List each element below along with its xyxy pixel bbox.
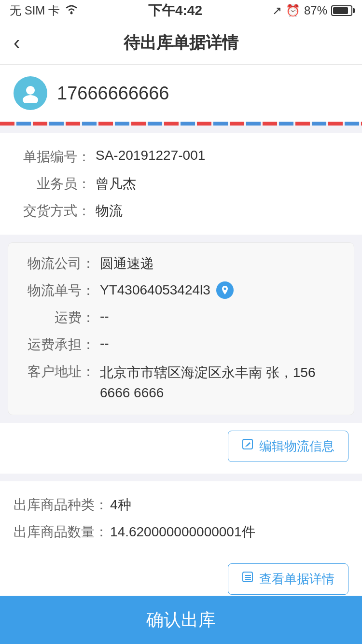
confirm-button[interactable]: 确认出库 (0, 596, 362, 644)
logistics-company-value: 圆通速递 (95, 254, 344, 273)
edit-icon (242, 438, 254, 454)
address-value: 北京市市辖区海淀区永丰南 张，156 6666 6666 (95, 363, 344, 403)
logistics-section: 物流公司： 圆通速递 物流单号： YT43064053424l3 运费： -- … (8, 242, 354, 415)
edit-logistics-label: 编辑物流信息 (259, 438, 334, 455)
edit-logistics-button[interactable]: 编辑物流信息 (228, 431, 348, 462)
back-button[interactable]: ‹ (14, 32, 20, 54)
avatar (14, 76, 47, 110)
svg-point-0 (70, 12, 73, 14)
status-left: 无 SIM 卡 (10, 3, 78, 18)
svg-point-3 (223, 288, 226, 290)
page-title: 待出库单据详情 (124, 32, 238, 54)
alarm-icon: ⏰ (286, 4, 300, 17)
goods-quantity-row: 出库商品数量： 14.620000000000001件 (14, 523, 348, 541)
tracking-location-icon[interactable] (216, 281, 234, 299)
address-row: 客户地址： 北京市市辖区海淀区永丰南 张，156 6666 6666 (18, 363, 344, 403)
sales-person-label: 业务员： (14, 175, 91, 193)
dashed-divider (0, 122, 362, 126)
nav-bar: ‹ 待出库单据详情 (0, 21, 362, 65)
freight-bearer-value: -- (95, 336, 344, 351)
list-icon (242, 571, 254, 587)
sales-person-row: 业务员： 曾凡杰 (14, 175, 348, 193)
order-no-row: 单据编号： SA-20191227-001 (14, 148, 348, 166)
order-info-section: 单据编号： SA-20191227-001 业务员： 曾凡杰 交货方式： 物流 (0, 133, 362, 235)
freight-value: -- (95, 308, 344, 324)
goods-section: 出库商品种类： 4种 出库商品数量： 14.620000000000001件 (0, 481, 362, 556)
logistics-company-label: 物流公司： (18, 254, 95, 273)
carrier-text: 无 SIM 卡 (10, 3, 60, 18)
location-status-icon: ↗ (272, 4, 282, 17)
goods-type-value: 4种 (110, 496, 348, 514)
svg-point-1 (26, 86, 35, 95)
status-right: ↗ ⏰ 87% (272, 4, 352, 17)
view-details-button[interactable]: 查看单据详情 (228, 563, 348, 595)
view-details-label: 查看单据详情 (259, 571, 334, 588)
freight-bearer-label: 运费承担： (18, 336, 95, 354)
tracking-no-label: 物流单号： (18, 281, 95, 300)
order-no-label: 单据编号： (14, 148, 91, 166)
tracking-no-value: YT43064053424l3 (95, 281, 344, 299)
freight-row: 运费： -- (18, 308, 344, 327)
goods-quantity-value: 14.620000000000001件 (110, 523, 348, 541)
battery-icon (331, 5, 352, 16)
delivery-method-value: 物流 (91, 202, 348, 220)
section-divider-1 (0, 474, 362, 481)
status-bar: 无 SIM 卡 下午4:42 ↗ ⏰ 87% (0, 0, 362, 21)
goods-type-row: 出库商品种类： 4种 (14, 496, 348, 514)
goods-type-label: 出库商品种类： (14, 496, 110, 514)
battery-percent: 87% (304, 4, 327, 17)
delivery-method-label: 交货方式： (14, 202, 91, 220)
goods-quantity-label: 出库商品数量： (14, 523, 110, 541)
freight-label: 运费： (18, 308, 95, 327)
user-phone: 17666666666 (57, 83, 169, 104)
confirm-label: 确认出库 (146, 608, 216, 632)
edit-logistics-row: 编辑物流信息 (0, 423, 362, 474)
address-label: 客户地址： (18, 363, 95, 381)
status-time: 下午4:42 (148, 1, 202, 20)
freight-bearer-row: 运费承担： -- (18, 336, 344, 354)
logistics-company-row: 物流公司： 圆通速递 (18, 254, 344, 273)
tracking-no-row: 物流单号： YT43064053424l3 (18, 281, 344, 300)
user-header: 17666666666 (0, 65, 362, 122)
wifi-icon (65, 4, 78, 17)
person-icon (21, 84, 40, 103)
delivery-method-row: 交货方式： 物流 (14, 202, 348, 220)
order-no-value: SA-20191227-001 (91, 148, 348, 163)
svg-point-2 (23, 95, 38, 103)
sales-person-value: 曾凡杰 (91, 175, 348, 193)
